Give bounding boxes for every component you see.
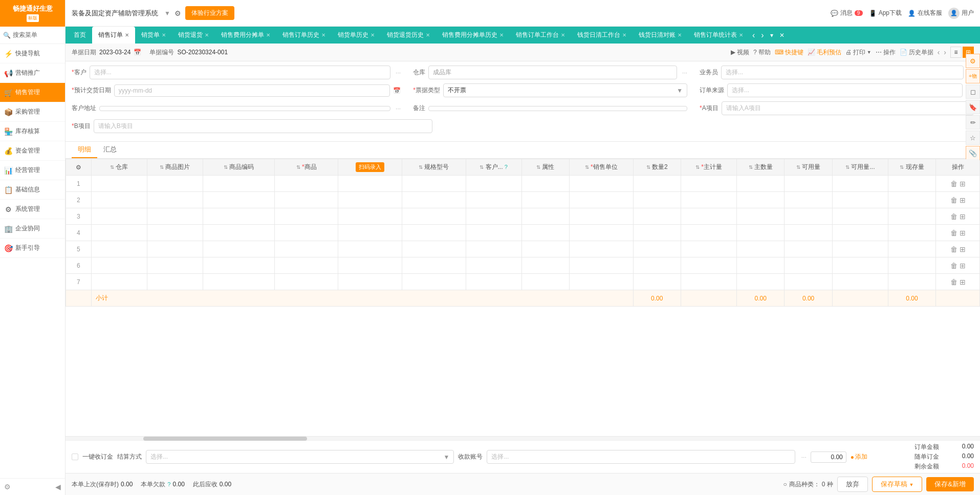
row-main-unit[interactable] (681, 274, 736, 290)
tab-detail[interactable]: 明细 (72, 142, 97, 158)
row-scan[interactable] (338, 257, 402, 274)
row-copy-icon[interactable]: ⊞ (960, 180, 966, 188)
row-image[interactable] (147, 225, 203, 241)
sidebar-item-operations[interactable]: 📊 经营管理 (0, 161, 65, 180)
row-warehouse[interactable] (91, 208, 147, 225)
row-available[interactable] (785, 176, 832, 192)
close-icon[interactable]: ✕ (205, 32, 209, 38)
row-warehouse[interactable] (91, 192, 147, 208)
add-payment-btn[interactable]: ● 添加 (851, 453, 867, 461)
close-icon[interactable]: ✕ (561, 32, 565, 38)
row-main-qty[interactable] (736, 208, 784, 225)
close-icon[interactable]: ✕ (266, 32, 270, 38)
row-code[interactable] (203, 225, 274, 241)
row-product[interactable] (274, 225, 338, 241)
row-customer-code[interactable] (466, 241, 521, 257)
float-btn-5[interactable]: 📎 (966, 146, 980, 160)
row-available[interactable] (785, 274, 832, 290)
notes-input[interactable] (428, 106, 687, 111)
row-scan[interactable] (338, 225, 402, 241)
row-delete-icon[interactable]: 🗑 (950, 278, 957, 286)
row-stock[interactable] (888, 225, 935, 241)
row-attribute[interactable] (521, 241, 569, 257)
dropdown-arrow-icon[interactable]: ▼ (164, 10, 170, 17)
row-customer-code[interactable] (466, 208, 521, 225)
row-customer-code[interactable] (466, 274, 521, 290)
save-new-btn[interactable]: 保存&新增 (926, 477, 974, 491)
float-btn-2[interactable]: 🔖 (966, 100, 980, 114)
row-qty2[interactable] (633, 257, 681, 274)
row-attribute[interactable] (521, 274, 569, 290)
row-copy-icon[interactable]: ⊞ (960, 262, 966, 270)
row-spec[interactable] (402, 176, 466, 192)
row-main-unit[interactable] (681, 176, 736, 192)
row-attribute[interactable] (521, 225, 569, 241)
row-sales-unit[interactable] (570, 176, 634, 192)
user-item[interactable]: 👤 用户 (948, 8, 974, 19)
settings-icon[interactable]: ⚙ (4, 483, 11, 491)
order-source-input[interactable]: 选择... (727, 83, 963, 97)
nav-next-icon[interactable]: › (944, 48, 946, 56)
sidebar-item-enterprise[interactable]: 🏢 企业协同 (0, 219, 65, 239)
profit-btn[interactable]: 📈 毛利预估 (808, 48, 841, 57)
row-spec[interactable] (402, 241, 466, 257)
row-customer-code[interactable] (466, 257, 521, 274)
row-sales-unit[interactable] (570, 192, 634, 208)
close-icon[interactable]: ✕ (426, 32, 430, 38)
row-qty2[interactable] (633, 274, 681, 290)
row-code[interactable] (203, 274, 274, 290)
row-main-qty[interactable] (736, 176, 784, 192)
row-code[interactable] (203, 176, 274, 192)
row-code[interactable] (203, 192, 274, 208)
help-icon[interactable]: ? (505, 164, 508, 170)
row-image[interactable] (147, 208, 203, 225)
close-icon[interactable]: ✕ (499, 32, 504, 38)
row-main-qty[interactable] (736, 274, 784, 290)
row-delete-icon[interactable]: 🗑 (950, 229, 957, 237)
row-sales-unit[interactable] (570, 208, 634, 225)
row-stock[interactable] (888, 192, 935, 208)
row-available2[interactable] (832, 274, 888, 290)
discard-btn[interactable]: 放弃 (837, 477, 868, 492)
close-icon[interactable]: ✕ (125, 32, 129, 38)
industry-btn[interactable]: 体验行业方案 (185, 6, 234, 20)
sidebar-item-marketing[interactable]: 📢 营销推广 (0, 63, 65, 83)
row-scan[interactable] (338, 208, 402, 225)
row-spec[interactable] (402, 225, 466, 241)
row-sales-unit[interactable] (570, 225, 634, 241)
row-sales-unit[interactable] (570, 257, 634, 274)
row-available2[interactable] (832, 192, 888, 208)
tab-summary[interactable]: 汇总 (97, 142, 123, 158)
row-customer-code[interactable] (466, 176, 521, 192)
close-icon[interactable]: ✕ (321, 32, 325, 38)
sidebar-item-inventory[interactable]: 🏪 库存核算 (0, 122, 65, 141)
row-available[interactable] (785, 192, 832, 208)
message-item[interactable]: 💬 消息 9 (831, 9, 863, 17)
row-qty2[interactable] (633, 241, 681, 257)
row-delete-icon[interactable]: 🗑 (950, 196, 957, 204)
online-service-item[interactable]: 👤 在线客服 (908, 9, 942, 17)
sidebar-item-finance[interactable]: 💰 资金管理 (0, 141, 65, 161)
row-stock[interactable] (888, 176, 935, 192)
row-qty2[interactable] (633, 225, 681, 241)
row-delete-icon[interactable]: 🗑 (950, 212, 957, 221)
row-copy-icon[interactable]: ⊞ (960, 212, 966, 221)
horizontal-scrollbar[interactable] (66, 436, 980, 440)
row-attribute[interactable] (521, 208, 569, 225)
receipt-more-icon[interactable]: ··· (801, 454, 807, 461)
sidebar-item-new-guide[interactable]: 🎯 新手引导 (0, 239, 65, 258)
row-available2[interactable] (832, 225, 888, 241)
collapse-icon[interactable]: ◀ (55, 483, 61, 491)
row-stock[interactable] (888, 241, 935, 257)
row-stock[interactable] (888, 208, 935, 225)
draft-arrow-icon[interactable]: ▼ (909, 482, 913, 487)
tab-order-workbench[interactable]: 销售订单工作台 ✕ (510, 27, 571, 44)
row-attribute[interactable] (521, 176, 569, 192)
close-icon[interactable]: ✕ (162, 32, 166, 38)
warehouse-input[interactable]: 成品库 (428, 66, 677, 79)
row-main-qty[interactable] (736, 257, 784, 274)
scrollbar-thumb[interactable] (143, 437, 307, 441)
row-customer-code[interactable] (466, 225, 521, 241)
row-main-unit[interactable] (681, 241, 736, 257)
sidebar-item-sales[interactable]: 🛒 销售管理 (0, 83, 65, 102)
